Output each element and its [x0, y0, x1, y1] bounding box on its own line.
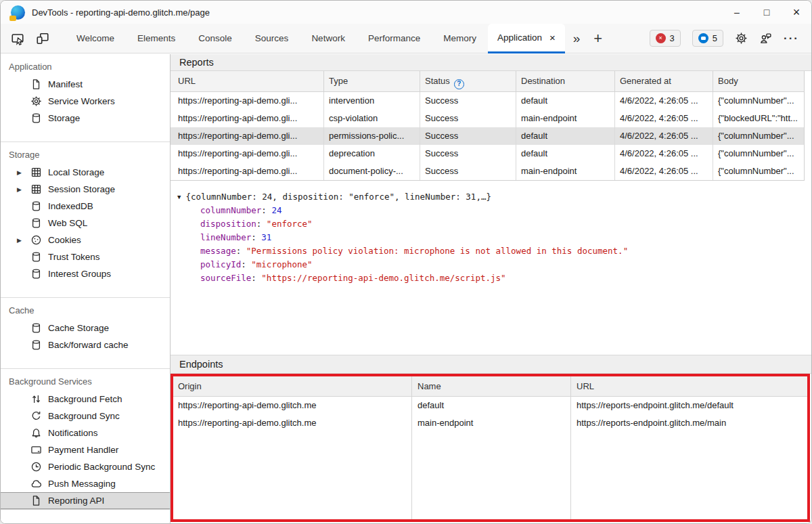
report-row-selected[interactable]: https://reporting-api-demo.gli... permis…	[171, 127, 804, 145]
errors-badge[interactable]: × 3	[650, 30, 681, 47]
close-button[interactable]: ×	[782, 1, 811, 24]
col-type[interactable]: Type	[323, 71, 420, 91]
sidebar-item-interest-groups[interactable]: Interest Groups	[1, 265, 170, 282]
sidebar-item-trust-tokens[interactable]: Trust Tokens	[1, 248, 170, 265]
settings-gear-icon[interactable]	[735, 32, 748, 45]
col-status[interactable]: Status?	[420, 71, 516, 91]
payment-card-icon	[30, 444, 42, 456]
tab-performance[interactable]: Performance	[357, 24, 432, 53]
cell-type: document-policy-...	[323, 162, 420, 180]
status-help-icon[interactable]: ?	[454, 79, 464, 89]
cell-status: Success	[420, 162, 516, 180]
expand-triangle-icon[interactable]: ▶	[17, 169, 30, 176]
sidebar-item-service-workers[interactable]: Service Workers	[1, 93, 170, 110]
sidebar-item-web-sql[interactable]: Web SQL	[1, 215, 170, 232]
endpoint-origin[interactable]: https://reporting-api-demo.glitch.me	[173, 397, 411, 414]
endpoints-filler	[570, 432, 807, 519]
expand-triangle-icon[interactable]: ▶	[17, 237, 30, 244]
sidebar-item-notifications[interactable]: Notifications	[1, 424, 170, 441]
more-options-icon[interactable]: ···	[784, 32, 799, 44]
section-title: Cache	[1, 302, 170, 320]
sidebar-item-session-storage[interactable]: ▶ Session Storage	[1, 181, 170, 198]
endpoint-url[interactable]: https://reports-endpoint.glitch.me/main	[570, 414, 807, 432]
database-icon	[30, 268, 42, 280]
item-label: Back/forward cache	[48, 340, 129, 350]
error-icon: ×	[656, 33, 666, 43]
tab-elements[interactable]: Elements	[126, 24, 187, 53]
toolbar-right-cluster: × 3 5 ···	[650, 30, 799, 47]
cell-generated: 4/6/2022, 4:26:05 ...	[614, 92, 713, 110]
messages-badge[interactable]: 5	[692, 30, 723, 47]
more-tabs-icon[interactable]: »	[566, 31, 587, 46]
report-row[interactable]: https://reporting-api-demo.gli... csp-vi…	[171, 110, 804, 127]
minimize-button[interactable]: –	[722, 1, 752, 24]
item-label: Trust Tokens	[48, 252, 100, 262]
tab-application[interactable]: Application ×	[488, 24, 565, 53]
error-count: 3	[670, 33, 675, 43]
collapse-triangle-icon[interactable]: ▼	[177, 194, 181, 200]
new-tab-icon[interactable]: +	[587, 30, 609, 47]
maximize-button[interactable]: □	[752, 1, 782, 24]
report-row[interactable]: https://reporting-api-demo.gli... interv…	[171, 92, 804, 110]
col-url[interactable]: URL	[171, 71, 323, 91]
tab-sources[interactable]: Sources	[244, 24, 300, 53]
reports-table-header: URL Type Status? Destination Generated a…	[171, 71, 804, 92]
endpoint-name[interactable]: default	[411, 397, 570, 414]
sidebar-item-background-fetch[interactable]: Background Fetch	[1, 391, 170, 408]
cell-type: intervention	[323, 92, 420, 110]
report-row[interactable]: https://reporting-api-demo.gli... deprec…	[171, 145, 804, 162]
sidebar-section-background-services: Background Services Background Fetch Bac…	[1, 369, 170, 510]
sidebar-item-background-sync[interactable]: Background Sync	[1, 408, 170, 424]
bell-icon	[30, 427, 42, 439]
sidebar-item-payment-handler[interactable]: Payment Handler	[1, 441, 170, 458]
sidebar-item-indexeddb[interactable]: IndexedDB	[1, 198, 170, 215]
col-destination[interactable]: Destination	[516, 71, 614, 91]
tab-network[interactable]: Network	[300, 24, 357, 53]
endpoint-url[interactable]: https://reports-endpoint.glitch.me/defau…	[570, 397, 807, 414]
database-icon	[30, 112, 42, 124]
application-sidebar: Application Manifest Service Workers Sto…	[1, 54, 171, 523]
tab-welcome[interactable]: Welcome	[65, 24, 126, 53]
sidebar-item-cookies[interactable]: ▶ Cookies	[1, 232, 170, 248]
tab-console[interactable]: Console	[187, 24, 244, 53]
item-label: Manifest	[48, 79, 83, 89]
tab-close-icon[interactable]: ×	[549, 32, 556, 43]
sidebar-item-back-forward-cache[interactable]: Back/forward cache	[1, 336, 170, 353]
inspect-element-button[interactable]	[10, 31, 25, 46]
col-origin[interactable]: Origin	[173, 376, 411, 397]
sidebar-item-reporting-api[interactable]: Reporting API	[1, 492, 170, 509]
section-title: Background Services	[1, 373, 170, 391]
devtools-tab-bar: Welcome Elements Console Sources Network…	[1, 24, 811, 53]
col-generated-at[interactable]: Generated at	[614, 71, 713, 91]
cell-destination: main-endpoint	[516, 162, 614, 180]
expand-triangle-icon[interactable]: ▶	[17, 186, 30, 193]
feedback-icon[interactable]	[759, 32, 772, 45]
cell-type: deprecation	[323, 145, 420, 162]
cell-destination: main-endpoint	[516, 110, 614, 127]
json-summary-line[interactable]: ▼{columnNumber: 24, disposition: "enforc…	[177, 190, 811, 204]
tab-memory[interactable]: Memory	[432, 24, 488, 53]
endpoint-origin[interactable]: https://reporting-api-demo.glitch.me	[173, 414, 411, 432]
sidebar-item-push-messaging[interactable]: Push Messaging	[1, 475, 170, 492]
report-row[interactable]: https://reporting-api-demo.gli... docume…	[171, 162, 804, 180]
cell-generated: 4/6/2022, 4:26:05 ...	[614, 127, 713, 145]
devtools-app-icon	[11, 5, 25, 20]
device-toolbar-button[interactable]	[35, 31, 50, 46]
window-title: DevTools - reporting-api-demo.glitch.me/…	[32, 7, 210, 18]
col-url[interactable]: URL	[570, 376, 807, 397]
cell-status: Success	[420, 110, 516, 127]
database-icon	[30, 251, 42, 263]
item-label: Background Sync	[48, 411, 120, 421]
json-property: columnNumber: 24	[200, 204, 811, 217]
json-property: sourceFile: "https://reporting-api-demo.…	[200, 271, 811, 285]
sidebar-item-local-storage[interactable]: ▶ Local Storage	[1, 164, 170, 181]
col-body[interactable]: Body	[713, 71, 805, 91]
gear-icon	[30, 95, 42, 107]
sidebar-item-manifest[interactable]: Manifest	[1, 76, 170, 93]
sidebar-item-storage[interactable]: Storage	[1, 110, 170, 127]
sidebar-item-periodic-background-sync[interactable]: Periodic Background Sync	[1, 458, 170, 475]
col-name[interactable]: Name	[411, 376, 570, 397]
cell-destination: default	[516, 92, 614, 110]
endpoint-name[interactable]: main-endpoint	[411, 414, 570, 432]
sidebar-item-cache-storage[interactable]: Cache Storage	[1, 320, 170, 336]
